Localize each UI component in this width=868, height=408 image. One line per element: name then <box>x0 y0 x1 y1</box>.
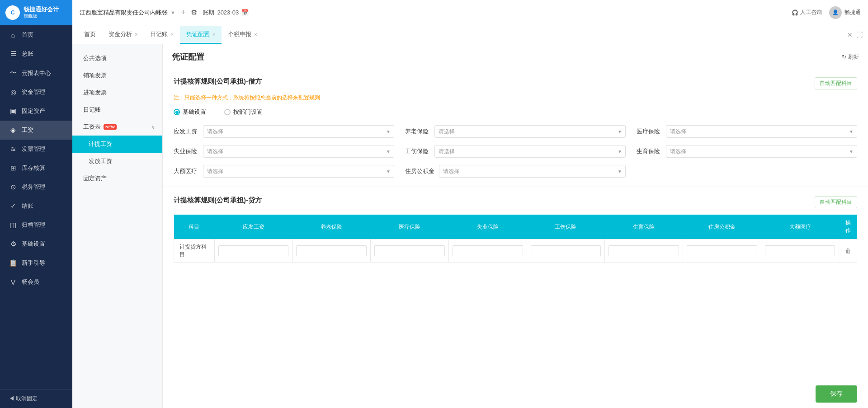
sidebar-item-fund[interactable]: ◎ 资金管理 <box>0 83 72 102</box>
radio-basic[interactable]: 基础设置 <box>174 108 206 116</box>
tab-voucher[interactable]: 凭证配置 × <box>180 26 222 44</box>
tabs-actions: ✕ ⛶ <box>847 31 863 38</box>
input-yiliao[interactable] <box>374 245 445 256</box>
radio-basic-label: 基础设置 <box>183 108 206 116</box>
main-content: 凭证配置 ↻ 刷新 计提核算规则(公司承担)-借方 自动匹配科目 注：只能选择一… <box>163 44 868 408</box>
auto-match-debit-button[interactable]: 自动匹配科目 <box>815 77 857 89</box>
left-menu-public[interactable]: 公共选项 <box>72 50 162 67</box>
headset-icon: 🎧 <box>792 9 798 16</box>
input-yanglao[interactable] <box>296 245 367 256</box>
left-menu-journal[interactable]: 日记账 <box>72 101 162 118</box>
sidebar-item-invoice[interactable]: ≋ 发票管理 <box>0 140 72 159</box>
radio-dept[interactable]: 按部门设置 <box>224 108 263 116</box>
select-daeyiliao-wrapper: 请选择 ▼ <box>203 165 394 178</box>
refresh-label: 刷新 <box>848 53 859 61</box>
sidebar-item-home[interactable]: ⌂ 首页 <box>0 25 72 44</box>
sidebar-item-salary[interactable]: ◈ 工资 <box>0 121 72 140</box>
cell-delete[interactable]: 🗑 <box>839 239 857 263</box>
left-menu-fixed-assets[interactable]: 固定资产 <box>72 170 162 187</box>
avatar: 👤 <box>829 6 842 19</box>
sidebar-item-guide[interactable]: 📋 新手引导 <box>0 253 72 272</box>
tab-tax-label: 个税申报 <box>228 30 251 38</box>
close-tab-button[interactable]: ✕ <box>847 31 853 38</box>
sidebar-item-ledger[interactable]: ☰ 总账 <box>0 44 72 63</box>
sidebar-item-cloud-report[interactable]: 〜 云报表中心 <box>0 63 72 83</box>
cell-yiliao[interactable] <box>371 239 449 263</box>
left-menu-accrual[interactable]: 计提工资 <box>72 136 162 153</box>
cell-yingfa[interactable] <box>214 239 292 263</box>
debit-section: 计提核算规则(公司承担)-借方 自动匹配科目 注：只能选择一种方式，系统将按照您… <box>163 68 868 187</box>
debit-form-grid: 应发工资 请选择 ▼ 养老保险 请选择 <box>174 125 857 178</box>
cell-shengyu[interactable] <box>605 239 683 263</box>
input-zhufang[interactable] <box>687 245 757 256</box>
delete-icon[interactable]: 🗑 <box>845 247 851 254</box>
add-button[interactable]: + <box>181 8 186 17</box>
tab-voucher-close[interactable]: × <box>212 32 215 37</box>
cell-dae[interactable] <box>761 239 839 263</box>
sidebar-item-label: 首页 <box>22 31 33 39</box>
credit-section: 计提核算规则(公司承担)-贷方 自动匹配科目 科目 应发工资 养老保险 医疗保险… <box>163 187 868 272</box>
debit-section-note: 注：只能选择一种方式，系统将按照您当前的选择来配置规则 <box>174 94 857 102</box>
invoice-icon: ≋ <box>9 145 17 153</box>
tab-journal-close[interactable]: × <box>170 32 173 37</box>
input-shiye[interactable] <box>453 245 523 256</box>
cell-gongshang[interactable] <box>527 239 605 263</box>
select-yanglaobaoxian[interactable]: 请选择 <box>434 125 626 138</box>
input-yingfa[interactable] <box>218 245 289 256</box>
input-shengyu[interactable] <box>609 245 679 256</box>
tab-tax[interactable]: 个税申报 × <box>222 26 263 44</box>
sidebar-item-settings[interactable]: ⚙ 基础设置 <box>0 234 72 253</box>
cloud-icon: 〜 <box>9 69 17 77</box>
left-menu-purchase-invoice[interactable]: 进项发票 <box>72 84 162 101</box>
input-dae[interactable] <box>765 245 835 256</box>
sidebar-item-tax[interactable]: ⊙ 税务管理 <box>0 178 72 197</box>
cell-zhufang[interactable] <box>683 239 761 263</box>
select-daeyiliao[interactable]: 请选择 <box>203 165 394 178</box>
tab-fund[interactable]: 资金分析 × <box>102 26 144 44</box>
credit-section-title: 计提核算规则(公司承担)-贷方 <box>174 196 262 205</box>
sidebar-item-archive[interactable]: ◫ 归档管理 <box>0 216 72 234</box>
input-gongshang[interactable] <box>531 245 601 256</box>
left-menu-pay-salary[interactable]: 发放工资 <box>72 153 162 170</box>
left-menu-sales-invoice[interactable]: 销项发票 <box>72 67 162 84</box>
tab-home[interactable]: 首页 <box>78 26 102 44</box>
cell-shiye[interactable] <box>448 239 527 263</box>
service-button[interactable]: 🎧 人工咨询 <box>792 9 822 16</box>
field-daeyiliao: 大额医疗 请选择 ▼ <box>174 165 394 178</box>
credit-section-header: 计提核算规则(公司承担)-贷方 自动匹配科目 <box>174 196 857 209</box>
save-button[interactable]: 保存 <box>816 385 857 403</box>
auto-match-credit-button[interactable]: 自动匹配科目 <box>815 196 857 208</box>
unpin-button[interactable]: ◀ 取消固定 <box>0 389 72 408</box>
select-yanglaobaoxian-wrapper: 请选择 ▼ <box>434 125 626 138</box>
calendar-icon[interactable]: 📅 <box>241 9 249 16</box>
tab-journal[interactable]: 日记账 × <box>144 26 179 44</box>
sidebar-item-inventory[interactable]: ⊞ 库存核算 <box>0 159 72 178</box>
maximize-button[interactable]: ⛶ <box>856 31 863 38</box>
page-header: 凭证配置 ↻ 刷新 <box>163 44 868 68</box>
left-menu-payroll-group[interactable]: 工资表 NEW ∨ <box>72 118 162 136</box>
topbar-right: 🎧 人工咨询 👤 畅捷通 <box>792 6 861 19</box>
select-gongshangbx[interactable]: 请选择 <box>434 145 626 158</box>
company-selector[interactable]: 江西服宝精品有限责任公司内账张 ▼ <box>80 9 175 17</box>
settings-button[interactable]: ⚙ <box>191 8 197 17</box>
select-yingfagongzi[interactable]: 请选择 <box>203 125 394 138</box>
select-zhufangjijin[interactable]: 请选择 <box>439 165 626 178</box>
user-menu[interactable]: 👤 畅捷通 <box>829 6 861 19</box>
refresh-button[interactable]: ↻ 刷新 <box>842 53 859 61</box>
tab-tax-close[interactable]: × <box>254 32 257 37</box>
col-shengyu: 生育保险 <box>605 215 683 239</box>
select-shiyebx[interactable]: 请选择 <box>203 145 394 158</box>
select-yiliaobx[interactable]: 请选择 <box>666 125 857 138</box>
col-zhufang: 住房公积金 <box>683 215 761 239</box>
sidebar-item-closing[interactable]: ✓ 结账 <box>0 197 72 216</box>
sidebar-item-vip[interactable]: V 畅会员 <box>0 272 72 291</box>
app-name: 畅捷通好会计 <box>24 6 59 13</box>
sidebar-nav: ⌂ 首页 ☰ 总账 〜 云报表中心 ◎ 资金管理 ▣ 固定资产 ◈ 工资 ≋ 发… <box>0 25 72 389</box>
sidebar-item-label: 资金管理 <box>22 88 45 96</box>
cell-yanglao[interactable] <box>292 239 371 263</box>
sidebar-item-fixed-assets[interactable]: ▣ 固定资产 <box>0 102 72 121</box>
closing-icon: ✓ <box>9 202 17 210</box>
col-yingfa: 应发工资 <box>214 215 292 239</box>
select-shengyu[interactable]: 请选择 <box>666 145 857 158</box>
tab-fund-close[interactable]: × <box>135 32 137 37</box>
